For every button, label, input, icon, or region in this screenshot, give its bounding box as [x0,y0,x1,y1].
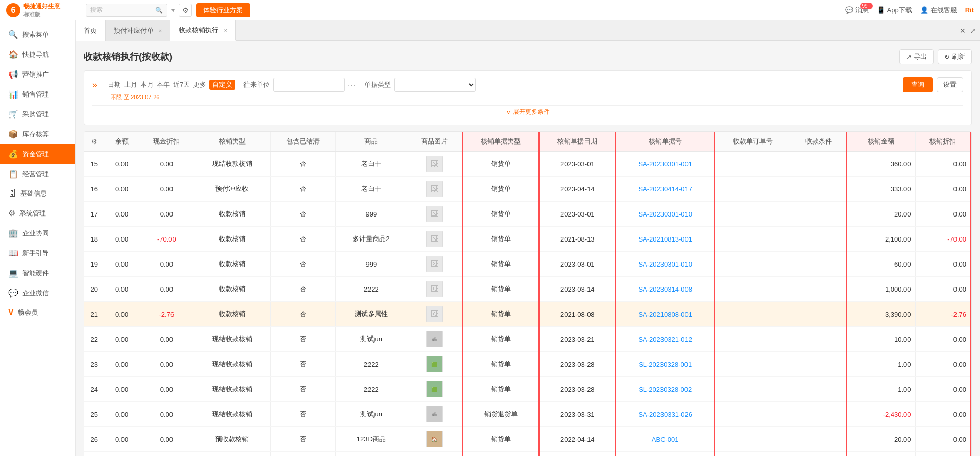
sidebar-item-basic[interactable]: 🗄 基础信息 [0,184,75,203]
sidebar-item-inventory[interactable]: 📦 库存核算 [0,124,75,144]
cell-balance: 0.00 [105,427,139,452]
date-this-year[interactable]: 本年 [157,80,170,89]
expand-toggle[interactable]: » [92,80,97,90]
app-download-button[interactable]: 📱 App下载 [877,6,912,15]
cell-verify-doc-type: 销货单 [462,327,539,352]
cell-receipt-cond [791,377,846,402]
cell-receipt-cond [791,277,846,302]
sidebar-item-enterprise[interactable]: 🏢 企业协同 [0,223,75,243]
basic-icon: 🗄 [8,189,16,198]
verify-doc-no-link[interactable]: SA-20230301-010 [638,260,692,268]
sidebar-item-marketing[interactable]: 📢 营销推广 [0,64,75,84]
cell-include-settled: 否 [270,327,335,352]
marketing-icon: 📢 [8,69,18,79]
col-header-settings[interactable]: ⚙ [84,132,105,152]
tab-prepay-close[interactable]: × [159,28,162,34]
tab-prepay[interactable]: 预付冲应付单 × [106,20,170,41]
close-window-icon[interactable]: ✕ [960,27,966,35]
settings-gear-button[interactable]: ⚙ [179,4,192,17]
search-placeholder: 搜索 [90,6,103,14]
cell-include-settled: 否 [270,227,335,252]
cell-receipt-cond [791,427,846,452]
from-unit-input[interactable] [273,78,345,92]
solution-button[interactable]: 体验行业方案 [196,3,250,17]
table-row: 20 0.00 0.00 收款核销 否 2222 🖼 销货单 2023-03-1… [84,277,971,302]
sidebar-item-search[interactable]: 🔍 搜索菜单 [0,25,75,44]
date-7days[interactable]: 近7天 [173,80,190,89]
cell-balance: 0.00 [105,277,139,302]
tab-receivable-close[interactable]: × [224,27,227,33]
date-more[interactable]: 更多 [193,80,206,89]
date-this-month[interactable]: 本月 [140,80,154,89]
sidebar-item-hardware[interactable]: 💻 智能硬件 [0,263,75,283]
expand-more-bar[interactable]: ∨ 展开更多条件 [92,105,963,118]
cell-verify-discount: 0.00 [915,152,971,177]
sidebar-item-sales[interactable]: 📊 销售管理 [0,84,75,104]
sidebar-item-purchase[interactable]: 🛒 采购管理 [0,104,75,124]
sidebar-item-quick-nav[interactable]: 🏠 快捷导航 [0,44,75,64]
cell-verify-doc-type: 销货单 [462,277,539,302]
tab-home[interactable]: 首页 [76,20,106,41]
cell-balance: 0.00 [105,452,139,457]
cell-verify-amount: 333.00 [846,177,915,202]
export-button[interactable]: ↗ 导出 [899,49,934,64]
user-profile-button[interactable]: Rit [965,6,974,14]
query-button[interactable]: 查询 [903,77,933,92]
cell-receipt-cond [791,252,846,277]
cell-goods: 老白干 [335,177,407,202]
purchase-icon: 🛒 [8,109,18,119]
cell-verify-doc-type: 销货单 [462,227,539,252]
tab-receivable[interactable]: 收款核销执行 × [170,20,235,41]
sales-icon: 📊 [8,89,18,99]
verify-doc-no-link[interactable]: SA-20210808-001 [638,310,692,318]
member-icon: V [8,308,14,317]
sidebar-item-label: 库存核算 [22,130,49,139]
cell-verify-doc-no: SA-20230301-001 [616,152,714,177]
cell-goods: 999 [335,202,407,227]
sidebar-item-finance[interactable]: 💰 资金管理 [0,144,75,164]
refresh-label: 刷新 [952,52,965,61]
col-header-balance: 余额 [105,132,139,152]
verify-doc-no-link[interactable]: SL-20230328-001 [639,361,692,368]
cell-receipt-order-no [715,452,791,457]
cell-cash-discount: 0.00 [139,327,194,352]
maximize-icon[interactable]: ⤢ [970,27,976,35]
verify-doc-no-link[interactable]: SA-20230301-010 [638,210,692,218]
sidebar-item-label: 新手引导 [22,249,49,258]
cell-cash-discount: 0.00 [139,352,194,377]
table-header-row: ⚙ 余额 现金折扣 核销类型 包含已结清 商品 商品图片 核销单据类型 核销单据… [84,132,971,152]
setting-button[interactable]: 设置 [937,77,963,92]
sidebar-item-guide[interactable]: 📖 新手引导 [0,243,75,263]
verify-doc-no-link[interactable]: SA-20230414-017 [638,185,692,193]
date-custom[interactable]: 自定义 [209,80,235,90]
notification-button[interactable]: 💬 消息 99+ [845,6,869,15]
sidebar-item-member[interactable]: V 畅会员 [0,303,75,322]
dropdown-toggle[interactable]: ▾ [172,7,175,14]
verify-doc-no-link[interactable]: SA-20230301-001 [638,160,692,168]
verify-doc-no-link[interactable]: SA-20230314-008 [638,285,692,293]
download-icon: 📱 [877,6,885,14]
verify-doc-no-link[interactable]: SL-20230328-002 [639,386,692,393]
cell-receipt-order-no [715,427,791,452]
cell-goods-img: 🟩 [407,352,462,377]
verify-doc-no-link[interactable]: SA-20210813-001 [638,235,692,243]
col-header-verify-doc-type: 核销单据类型 [462,132,539,152]
verify-doc-no-link[interactable]: SA-20230331-026 [638,411,692,418]
date-last-month[interactable]: 上月 [124,80,137,89]
verify-doc-no-link[interactable]: SA-20230321-012 [638,335,692,343]
doc-type-select[interactable] [394,78,476,92]
search-icon: 🔍 [155,7,163,14]
col-header-cash-discount: 现金折扣 [139,132,194,152]
search-input[interactable]: 搜索 🔍 [86,4,167,17]
refresh-button[interactable]: ↻ 刷新 [938,49,972,64]
data-table: ⚙ 余额 现金折扣 核销类型 包含已结清 商品 商品图片 核销单据类型 核销单据… [84,132,971,456]
service-icon: 👤 [920,6,928,14]
cell-idx: 24 [84,377,105,402]
verify-doc-no-link[interactable]: ABC-001 [652,436,679,443]
online-service-button[interactable]: 👤 在线客服 [920,6,957,15]
cell-cash-discount: -70.00 [139,227,194,252]
sidebar-item-operations[interactable]: 📋 经营管理 [0,164,75,184]
sidebar-item-wechat[interactable]: 💬 企业微信 [0,283,75,303]
sidebar-item-system[interactable]: ⚙ 系统管理 [0,203,75,223]
cell-receipt-order-no [715,327,791,352]
